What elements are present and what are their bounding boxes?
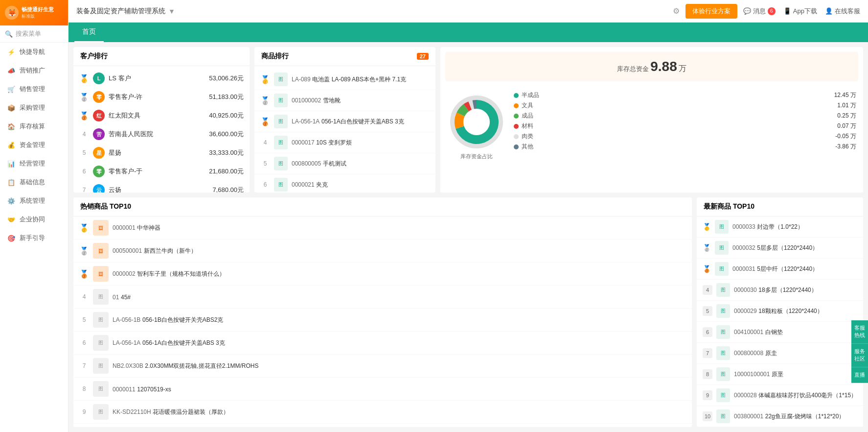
top-sold-item[interactable]: 6 图 0000021 夹克 [254, 174, 435, 192]
hot-product-item[interactable]: 5 图 LA-056-1B 056-1B白色按键开关壳ABS2克 [73, 309, 692, 332]
product-name: 10S 变刹罗烦 [316, 139, 352, 146]
rank-number: 8 [79, 385, 89, 392]
product-code: LA-056-1A [113, 339, 140, 346]
new-product-item[interactable]: 4 图 0000030 18多层（1220*2440） [697, 280, 863, 301]
product-code: 0000002 [113, 270, 136, 277]
new-product-item[interactable]: 6 图 004100001 白钢垫 [697, 322, 863, 343]
app-download-button[interactable]: 📱 App下载 [783, 7, 817, 16]
dropdown-icon[interactable]: ▼ [168, 7, 175, 15]
top-sold-item[interactable]: 🥈 图 001000002 雪地靴 [254, 90, 435, 111]
notifications-button[interactable]: 💬 消息 6 [743, 7, 776, 16]
sidebar-search[interactable]: 🔍 搜索菜单 [0, 25, 68, 43]
hot-products-panel: 热销商品 TOP10 🥇 🖼 0000001 中华神器 🥈 🖼 00050000… [73, 197, 692, 427]
top-sold-item[interactable]: 🥇 图 LA-089 电池盖 LA-089 ABS本色+黑种 7.1克 [254, 69, 435, 90]
system-icon: ⚙️ [7, 196, 16, 205]
sidebar-item-enterprise[interactable]: 🤝 企业协同 [0, 210, 68, 229]
legend-dot-icon [514, 114, 519, 119]
customer-rank-item[interactable]: 6 零 零售客户-于 21,680.00元 [73, 162, 250, 181]
sidebar-item-sales[interactable]: 🛒 销售管理 [0, 80, 68, 98]
customer-rank-item[interactable]: 7 云 云扬 7,680.00元 [73, 181, 250, 192]
product-image: 🖼 [93, 266, 109, 282]
new-product-item[interactable]: 🥇 图 0000033 封边带（1.0*22） [697, 216, 863, 238]
sidebar-item-basic[interactable]: 📋 基础信息 [0, 173, 68, 192]
new-product-item[interactable]: 8 图 10000100001 原垩 [697, 364, 863, 385]
customer-amount: 33,333.00元 [209, 148, 244, 157]
tab-home[interactable]: 首页 [74, 23, 104, 42]
product-thumb: 图 [274, 94, 288, 107]
donut-chart: 库存资金占比 [447, 93, 506, 151]
hot-product-item[interactable]: 6 图 LA-056-1A 056-1A白色按键开关盖ABS 3克 [73, 332, 692, 355]
sidebar-item-finance[interactable]: 💰 资金管理 [0, 136, 68, 154]
product-info: LA-056-1B 056-1B白色按键开关壳ABS2克 [113, 316, 686, 324]
sidebar-item-label: 系统管理 [20, 196, 45, 205]
product-info: 0000033 封边带（1.0*22） [732, 223, 857, 231]
legend-value: -3.86 万 [835, 143, 856, 151]
customer-rank-item[interactable]: 🥈 零 零售客户-许 51,183.00元 [73, 88, 250, 106]
hot-product-item[interactable]: 4 图 01 45# [73, 286, 692, 309]
new-product-item[interactable]: 10 图 003800001 22g鱼豆腐-烧烤味（1*12*20） [697, 406, 863, 427]
product-thumb: 图 [716, 388, 730, 402]
sidebar-item-guide[interactable]: 🎯 新手引导 [0, 229, 68, 247]
legend-label: 肉类 [522, 132, 832, 141]
hot-product-item[interactable]: 8 图 0000011 12070519-xs [73, 378, 692, 401]
float-service-live[interactable]: 直播 [851, 367, 868, 383]
product-name: 18多层（1220*2440） [758, 287, 817, 293]
float-service-hotline[interactable]: 客服热线 [851, 320, 868, 344]
search-icon: 🔍 [5, 30, 13, 38]
top-sold-item[interactable]: 4 图 0000017 10S 变刹罗烦 [254, 132, 435, 153]
hot-product-item[interactable]: 🥉 🖼 0000002 智利车子里（规格不知道填什么） [73, 263, 692, 286]
rank-number: 6 [703, 327, 712, 337]
avatar: L [93, 72, 105, 84]
guide-icon: 🎯 [7, 234, 16, 242]
sidebar-item-inventory[interactable]: 🏠 库存核算 [0, 117, 68, 136]
rank-number: 4 [703, 285, 712, 295]
product-code: 0000033 [732, 223, 755, 230]
float-service-community[interactable]: 服务社区 [851, 344, 868, 367]
sidebar-item-system[interactable]: ⚙️ 系统管理 [0, 192, 68, 210]
rank-number: 10 [703, 411, 712, 421]
product-info: LA-056-1A 056-1A白色按键开关盖ABS 3克 [113, 339, 686, 347]
marketing-icon: 📣 [7, 66, 16, 75]
sidebar-item-marketing[interactable]: 📣 营销推广 [0, 61, 68, 80]
sidebar-item-purchase[interactable]: 📦 采购管理 [0, 98, 68, 117]
product-code: 000800008 [734, 350, 763, 357]
try-plan-button[interactable]: 体验行业方案 [685, 4, 737, 19]
product-code: LA-056-1B [113, 316, 140, 323]
customer-ranking-panel: 客户排行 🥇 L LS 客户 53,006.26元 🥈 零 零售客户-许 51,… [73, 47, 250, 192]
new-product-item[interactable]: 7 图 000800008 原圭 [697, 343, 863, 364]
rank-number: 6 [79, 339, 89, 346]
inventory-card: 库存总资金 9.88 万 [445, 52, 858, 81]
customer-rank-item[interactable]: 🥉 红 红太阳文具 40,925.00元 [73, 106, 250, 125]
customer-rank-item[interactable]: 🥇 L LS 客户 53,006.26元 [73, 69, 250, 88]
new-product-item[interactable]: 5 图 0000029 18颗粒板（1220*2440） [697, 301, 863, 322]
product-info: 0000017 10S 变刹罗烦 [292, 139, 430, 147]
top-sold-item[interactable]: 🥉 图 LA-056-1A 056-1A白色按键开关盖ABS 3克 [254, 111, 435, 132]
new-product-item[interactable]: 🥉 图 0000031 5层中纤（1220*2440） [697, 259, 863, 280]
product-code: NB2.0X30B [113, 362, 143, 369]
rank-number: 5 [260, 160, 270, 167]
sidebar-item-operations[interactable]: 📊 经营管理 [0, 154, 68, 173]
rank-number: 4 [79, 293, 89, 300]
customer-name: 苦南县人民医院 [109, 130, 205, 139]
hot-product-item[interactable]: 9 图 KK-SD22110H 花语暖偎温分题裙装（厚款） [73, 401, 692, 424]
float-service: 客服热线 服务社区 直播 [851, 320, 868, 383]
settings-icon[interactable]: ⚙ [673, 6, 680, 16]
top-sold-item[interactable]: 5 图 000800005 手机测试 [254, 153, 435, 174]
product-info: 01 45# [113, 293, 686, 301]
hot-product-item[interactable]: 🥈 🖼 000500001 新西兰牛肉（新牛） [73, 240, 692, 263]
new-product-item[interactable]: 9 图 0000028 体碱嘉核味苏打饮品400毫升（1*15） [697, 385, 863, 406]
product-code: 0000021 [292, 181, 315, 188]
product-info: 0000001 中华神器 [113, 224, 686, 232]
product-info: 004100001 白钢垫 [734, 328, 857, 336]
hot-product-item[interactable]: 🥇 🖼 0000001 中华神器 [73, 216, 692, 240]
sidebar-item-quick-nav[interactable]: ⚡ 快捷导航 [0, 43, 68, 61]
sidebar-item-label: 资金管理 [20, 141, 45, 149]
customer-rank-item[interactable]: 5 星 星扬 33,333.00元 [73, 144, 250, 162]
online-service-button[interactable]: 👤 在线客服 [825, 7, 860, 16]
legend-value: 0.25 万 [837, 112, 856, 120]
customer-rank-item[interactable]: 4 苦 苦南县人民医院 36,600.00元 [73, 125, 250, 144]
rank-number: 5 [79, 149, 89, 156]
hot-product-item[interactable]: 7 图 NB2.0X30B 2.0X30MM双搓花轴,搓花直径2.1MM/ROH… [73, 355, 692, 378]
search-label: 搜索菜单 [16, 29, 41, 38]
new-product-item[interactable]: 🥈 图 0000032 5层多层（1220*2440） [697, 238, 863, 259]
